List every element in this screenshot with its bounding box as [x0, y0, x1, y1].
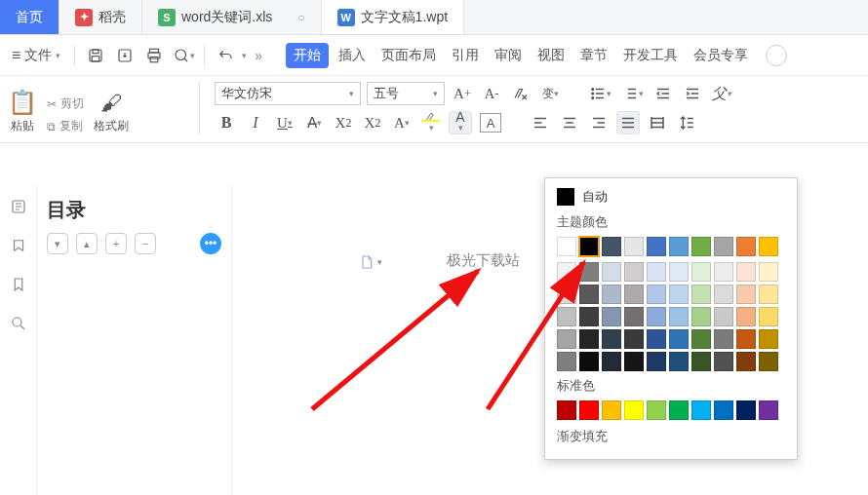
color-swatch[interactable]: [669, 400, 689, 420]
color-swatch[interactable]: [691, 307, 711, 326]
color-swatch[interactable]: [647, 237, 666, 256]
color-swatch[interactable]: [624, 262, 644, 282]
color-swatch[interactable]: [557, 262, 576, 282]
color-swatch[interactable]: [714, 352, 733, 371]
color-swatch[interactable]: [736, 285, 756, 304]
outline-expand-button[interactable]: ▴: [76, 233, 98, 254]
color-swatch[interactable]: [669, 285, 689, 304]
outline-refresh-button[interactable]: •••: [200, 233, 221, 254]
color-swatch[interactable]: [624, 307, 644, 326]
bold-button[interactable]: B: [215, 111, 238, 134]
color-swatch[interactable]: [602, 329, 621, 349]
ribbon-tab-layout[interactable]: 页面布局: [375, 43, 442, 68]
color-swatch[interactable]: [602, 352, 621, 371]
align-justify-button[interactable]: [616, 111, 640, 134]
color-swatch[interactable]: [691, 237, 711, 256]
change-case-button[interactable]: A▾: [390, 111, 414, 134]
ribbon-tab-view[interactable]: 视图: [532, 43, 571, 68]
strikethrough-button[interactable]: A̶▾: [302, 111, 326, 134]
grow-font-button[interactable]: A+: [451, 82, 474, 105]
color-swatch[interactable]: [557, 352, 576, 371]
color-swatch[interactable]: [557, 285, 576, 304]
color-swatch[interactable]: [579, 329, 599, 349]
align-center-button[interactable]: [558, 111, 581, 134]
tab-home[interactable]: 首页: [0, 0, 59, 34]
color-swatch[interactable]: [714, 237, 733, 256]
search-button[interactable]: [766, 45, 787, 66]
tab-docer[interactable]: ✦ 稻壳: [59, 0, 142, 34]
ribbon-tab-review[interactable]: 审阅: [489, 43, 528, 68]
color-swatch[interactable]: [714, 262, 733, 282]
color-swatch[interactable]: [579, 237, 599, 256]
color-swatch[interactable]: [736, 262, 756, 282]
color-swatch[interactable]: [579, 285, 599, 304]
bullet-list-button[interactable]: ▾: [587, 82, 613, 105]
color-swatch[interactable]: [602, 307, 621, 326]
color-swatch[interactable]: [669, 329, 689, 349]
line-spacing-button[interactable]: [675, 111, 698, 134]
color-swatch[interactable]: [579, 262, 599, 282]
color-swatch[interactable]: [647, 307, 666, 326]
tab-file-wpt[interactable]: W 文字文稿1.wpt: [322, 0, 464, 34]
color-swatch[interactable]: [557, 329, 576, 349]
color-swatch[interactable]: [736, 307, 756, 326]
copy-button[interactable]: ⧉ 复制: [47, 118, 84, 134]
color-swatch[interactable]: [691, 400, 711, 420]
color-swatch[interactable]: [624, 400, 644, 420]
color-swatch[interactable]: [714, 400, 733, 420]
format-painter-button[interactable]: 🖌 格式刷: [94, 91, 129, 134]
undo-button[interactable]: [213, 43, 238, 68]
color-swatch[interactable]: [669, 352, 689, 371]
color-swatch[interactable]: [759, 352, 778, 371]
rail-search-icon[interactable]: [9, 314, 28, 333]
color-swatch[interactable]: [602, 237, 621, 256]
color-swatch[interactable]: [759, 329, 778, 349]
outline-collapse-button[interactable]: ▾: [47, 233, 68, 254]
color-swatch[interactable]: [602, 400, 621, 420]
color-swatch[interactable]: [691, 262, 711, 282]
color-swatch[interactable]: [736, 352, 756, 371]
align-left-button[interactable]: [529, 111, 552, 134]
ribbon-tab-dev[interactable]: 开发工具: [617, 43, 684, 68]
ribbon-tab-ref[interactable]: 引用: [446, 43, 485, 68]
export-button[interactable]: [112, 43, 138, 68]
ribbon-tab-member[interactable]: 会员专享: [688, 43, 754, 68]
save-button[interactable]: [83, 43, 108, 68]
superscript-button[interactable]: X2: [332, 111, 355, 134]
cut-button[interactable]: ✂ 剪切: [47, 95, 84, 112]
color-swatch[interactable]: [624, 285, 644, 304]
color-swatch[interactable]: [579, 307, 599, 326]
ribbon-tab-chapter[interactable]: 章节: [574, 43, 613, 68]
color-swatch[interactable]: [669, 237, 689, 256]
color-swatch[interactable]: [624, 352, 644, 371]
italic-button[interactable]: I: [244, 111, 267, 134]
print-button[interactable]: [141, 43, 167, 68]
color-swatch[interactable]: [759, 237, 778, 256]
color-swatch[interactable]: [579, 400, 599, 420]
outline-add-button[interactable]: +: [105, 233, 127, 254]
align-right-button[interactable]: [587, 111, 611, 134]
color-swatch[interactable]: [759, 400, 778, 420]
color-swatch[interactable]: [691, 352, 711, 371]
color-swatch[interactable]: [647, 352, 666, 371]
color-swatch[interactable]: [602, 262, 621, 282]
color-swatch[interactable]: [624, 237, 644, 256]
rail-outline-icon[interactable]: [9, 197, 28, 216]
outline-remove-button[interactable]: −: [135, 233, 156, 254]
shrink-font-button[interactable]: A-: [480, 82, 503, 105]
indent-decrease-button[interactable]: [651, 82, 675, 105]
color-swatch[interactable]: [647, 285, 666, 304]
color-swatch[interactable]: [736, 329, 756, 349]
color-swatch[interactable]: [736, 400, 756, 420]
tab-close-icon[interactable]: ○: [297, 11, 304, 24]
highlight-color-button[interactable]: ▾: [419, 111, 443, 134]
color-swatch[interactable]: [759, 307, 778, 326]
subscript-button[interactable]: X2: [361, 111, 384, 134]
tab-file-xls[interactable]: S word关键词.xls ○: [142, 0, 322, 34]
color-swatch[interactable]: [624, 329, 644, 349]
color-swatch[interactable]: [714, 329, 733, 349]
color-swatch[interactable]: [557, 400, 576, 420]
file-menu[interactable]: ≡ 文件 ▾: [6, 47, 66, 64]
paste-button[interactable]: 📋 粘贴: [8, 89, 37, 134]
rail-bookmark-icon[interactable]: [9, 275, 28, 294]
